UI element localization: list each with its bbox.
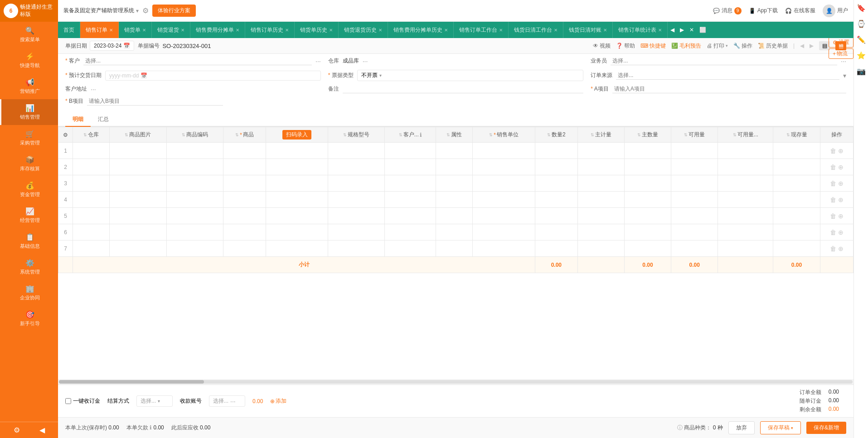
copy-icon[interactable]: ⊕: [838, 196, 844, 203]
tab-stats[interactable]: 销售订单统计表 ✕: [613, 22, 668, 38]
tab-close-icon[interactable]: ✕: [181, 28, 184, 33]
solution-button[interactable]: 体验行业方案: [152, 5, 196, 17]
cell-product-code[interactable]: [166, 143, 223, 159]
cell-sales-unit[interactable]: [472, 159, 535, 175]
receipt-account-select[interactable]: 选择... ···: [209, 395, 245, 407]
right-panel-watch-icon[interactable]: ⌚: [857, 19, 866, 28]
tab-detail[interactable]: 明细: [65, 113, 91, 127]
tab-expense-history[interactable]: 销售费用分摊单历史 ✕: [388, 22, 454, 38]
cell-main-qty[interactable]: [624, 208, 671, 224]
cell-customer-code[interactable]: [385, 192, 436, 208]
sidebar-item-operations[interactable]: 📈 经营管理: [0, 202, 58, 228]
draft-dropdown-icon[interactable]: ▾: [791, 426, 793, 430]
sidebar-item-inventory[interactable]: 📦 库存核算: [0, 151, 58, 177]
tab-workbench[interactable]: 销售订单工作台 ✕: [454, 22, 509, 38]
cell-main-qty[interactable]: [624, 143, 671, 159]
cell-product[interactable]: [223, 241, 266, 257]
tab-close-icon[interactable]: ✕: [554, 28, 558, 33]
operations-link[interactable]: 🔧 操作: [733, 42, 752, 50]
sidebar-item-purchase[interactable]: 🛒 采购管理: [0, 125, 58, 151]
delete-icon[interactable]: 🗑: [830, 147, 836, 154]
cell-warehouse[interactable]: [73, 224, 110, 241]
cell-attributes[interactable]: [436, 241, 473, 257]
tab-nav-prev[interactable]: ◀: [668, 22, 677, 38]
print-link[interactable]: 🖨 打印 ▾: [707, 42, 728, 50]
cell-customer-code[interactable]: [385, 159, 436, 175]
draft-button[interactable]: 保存草稿 ▾: [760, 421, 801, 434]
sort-icon[interactable]: ⇅: [235, 133, 239, 137]
order-source-dropdown-icon[interactable]: ▾: [843, 72, 846, 79]
add-logistics-button[interactable]: + 物流: [829, 48, 853, 59]
cell-spec[interactable]: [328, 192, 385, 208]
cell-qty2[interactable]: [535, 241, 577, 257]
cell-main-qty[interactable]: [624, 224, 671, 241]
cell-warehouse[interactable]: [73, 143, 110, 159]
profit-link[interactable]: 💹 毛利预告: [671, 42, 701, 50]
tab-close-icon[interactable]: ✕: [378, 28, 382, 33]
cell-qty2[interactable]: [535, 175, 577, 192]
date-input[interactable]: 2023-03-24 📅: [90, 41, 134, 51]
col-settings-icon[interactable]: ⚙: [63, 132, 68, 138]
sort-icon[interactable]: ⇅: [637, 133, 641, 137]
tab-close-icon[interactable]: ✕: [499, 28, 503, 33]
warehouse-more-icon[interactable]: ···: [363, 58, 368, 65]
b-project-input[interactable]: [87, 97, 223, 106]
sort-icon[interactable]: ⇅: [547, 133, 551, 137]
tab-close-icon[interactable]: ✕: [236, 28, 239, 33]
cell-warehouse[interactable]: [73, 175, 110, 192]
sort-icon[interactable]: ⇅: [684, 133, 688, 137]
online-service-item[interactable]: 🎧 在线客服: [785, 7, 815, 14]
address-more-icon[interactable]: ···: [91, 86, 96, 93]
system-dropdown-icon[interactable]: ▾: [136, 8, 139, 14]
right-panel-camera-icon[interactable]: 📷: [857, 67, 866, 76]
tab-cash-daily[interactable]: 钱货日清工作台 ✕: [509, 22, 563, 38]
tab-close-icon[interactable]: ✕: [109, 28, 113, 33]
sidebar-item-marketing[interactable]: 📢 营销推广: [0, 73, 58, 99]
sidebar-item-finance[interactable]: 💰 资金管理: [0, 177, 58, 202]
remark-input[interactable]: [343, 85, 584, 93]
cell-customer-code[interactable]: [385, 241, 436, 257]
shortcuts-link[interactable]: ⌨ 快捷键: [640, 42, 666, 50]
settings-button[interactable]: ⚙ 设置: [829, 38, 853, 48]
tab-close-icon[interactable]: ✕: [285, 28, 289, 33]
sidebar-item-search[interactable]: 🔍 搜索菜单: [0, 22, 58, 48]
right-panel-bookmark-icon[interactable]: 🔖: [857, 4, 866, 12]
cell-warehouse[interactable]: [73, 208, 110, 224]
tab-sales-refund[interactable]: 销货退货 ✕: [152, 22, 190, 38]
right-panel-star-icon[interactable]: ⭐: [857, 51, 866, 60]
cell-product[interactable]: [223, 208, 266, 224]
sort-icon[interactable]: ⇅: [399, 133, 402, 137]
sidebar-item-guide[interactable]: 🎯 新手引导: [0, 306, 58, 332]
cell-sales-unit[interactable]: [472, 192, 535, 208]
tab-summary[interactable]: 汇总: [91, 113, 116, 127]
tab-nav-next[interactable]: ▶: [677, 22, 687, 38]
sort-icon[interactable]: ⇅: [489, 133, 493, 137]
cell-spec[interactable]: [328, 224, 385, 241]
cell-attributes[interactable]: [436, 192, 473, 208]
right-panel-edit-icon[interactable]: ✏️: [857, 35, 866, 44]
cell-qty2[interactable]: [535, 208, 577, 224]
cell-product-code[interactable]: [166, 241, 223, 257]
cell-product[interactable]: [223, 143, 266, 159]
cell-main-qty[interactable]: [624, 159, 671, 175]
discard-button[interactable]: 放弃: [728, 421, 755, 434]
sidebar-settings-icon[interactable]: ⚙: [14, 426, 20, 434]
tab-close-icon[interactable]: ✕: [603, 28, 607, 33]
history-link[interactable]: 📜 历史单据: [758, 42, 788, 50]
delete-icon[interactable]: 🗑: [830, 196, 836, 203]
cell-sales-unit[interactable]: [472, 143, 535, 159]
scan-button[interactable]: 扫码录入: [282, 130, 311, 140]
app-download-item[interactable]: 📱 App下载: [749, 7, 778, 14]
cell-warehouse[interactable]: [73, 241, 110, 257]
cell-attributes[interactable]: [436, 143, 473, 159]
add-button[interactable]: ⊕ 添加: [270, 397, 286, 405]
cell-spec[interactable]: [328, 175, 385, 192]
sidebar-item-enterprise[interactable]: 🏢 企业协同: [0, 280, 58, 306]
salesperson-input[interactable]: [611, 57, 837, 65]
cell-qty2[interactable]: [535, 224, 577, 241]
order-source-input[interactable]: [616, 71, 839, 80]
invoice-type-select[interactable]: 不开票 ▾: [357, 70, 584, 81]
cell-qty2[interactable]: [535, 143, 577, 159]
copy-icon[interactable]: ⊕: [838, 164, 844, 171]
sort-icon[interactable]: ⇅: [446, 133, 450, 137]
